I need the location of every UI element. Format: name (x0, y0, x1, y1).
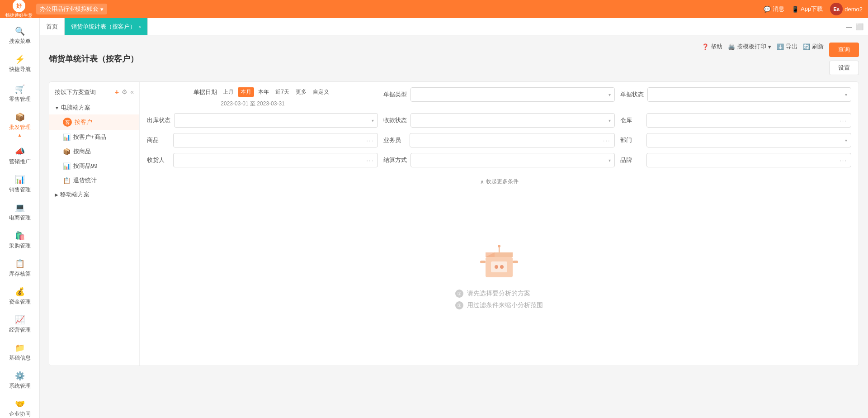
sidebar-item-operations[interactable]: 📈 经营管理 (0, 310, 39, 338)
scheme-group-desktop-title[interactable]: ▼ 电脑端方案 (49, 101, 139, 114)
app-title-select[interactable]: 办公用品行业模拟账套 ▾ (36, 4, 107, 14)
goods-filter-item: 商品 ··· (147, 133, 378, 147)
date-tab-custom[interactable]: 自定义 (311, 87, 331, 97)
doc-status-select[interactable]: ▾ (647, 87, 851, 102)
dept-chevron-icon: ▾ (845, 138, 847, 143)
payment-filter-item: 结算方式 ▾ (383, 153, 614, 167)
sidebar-item-cooperation-label: 企业协同 (9, 410, 31, 418)
app-download-label: App下载 (801, 5, 823, 13)
sidebar-item-inventory[interactable]: 📋 库存核算 (0, 254, 39, 282)
sidebar-item-ecommerce[interactable]: 💻 电商管理 (0, 198, 39, 226)
sidebar-item-quick-nav[interactable]: ⚡ 快捷导航 (0, 50, 39, 78)
sales-icon: 📊 (15, 175, 25, 185)
message-button[interactable]: 💬 消息 (764, 5, 784, 13)
settings-button[interactable]: 设置 (829, 61, 859, 75)
user-label: demo2 (844, 6, 863, 13)
date-label: 单据日期 (193, 87, 217, 96)
sidebar: 🔍 搜索菜单 ⚡ 快捷导航 🛒 零售管理 📦 批发管理 ▲ 📣 营销推广 (0, 18, 40, 418)
svg-point-5 (498, 245, 500, 247)
doc-type-label: 单据类型 (383, 90, 407, 99)
warehouse-label: 仓库 (620, 116, 643, 124)
date-tab-this-year[interactable]: 本年 (256, 87, 271, 97)
date-tab-7days[interactable]: 近7天 (273, 87, 292, 97)
scheme-item-return-stats[interactable]: 📋 退货统计 (49, 173, 139, 188)
retail-icon: 🛒 (15, 84, 25, 94)
date-range: 2023-03-01 至 2023-03-31 (221, 100, 331, 108)
export-label: 导出 (786, 43, 797, 51)
empty-state: ① 请先选择要分析的方案 ② 用过滤条件来缩小分析范围 (147, 188, 851, 360)
goods-icon: 📦 (63, 148, 71, 155)
scheme-item-by-goods[interactable]: 📦 按商品 (49, 144, 139, 159)
empty-illustration (472, 239, 526, 284)
scheme-group-mobile-title[interactable]: ▶ 移动端方案 (49, 188, 139, 201)
print-icon: 🖨️ (728, 43, 735, 50)
out-status-label: 出库状态 (147, 116, 170, 124)
sidebar-item-search[interactable]: 🔍 搜索菜单 (0, 22, 39, 50)
tab-report[interactable]: 销货单统计表（按客户） × (65, 18, 148, 35)
scheme-item-by-customer[interactable]: 客 按客户 (49, 114, 139, 130)
minimize-icon[interactable]: — (846, 23, 852, 30)
collapse-button[interactable]: ∧ 收起更多条件 (477, 175, 521, 188)
receive-status-select[interactable]: ▾ (410, 113, 614, 128)
date-tab-more[interactable]: 更多 (293, 87, 309, 97)
recipient-select[interactable]: ··· (173, 153, 378, 167)
date-filter-item: 单据日期 上月 本月 本年 近7天 更多 自定义 (147, 87, 378, 108)
sidebar-item-finance[interactable]: 💰 资金管理 (0, 282, 39, 310)
refresh-button[interactable]: 🔄 刷新 (803, 43, 824, 51)
sidebar-item-cooperation[interactable]: 🤝 企业协同 (0, 394, 39, 418)
sidebar-item-retail[interactable]: 🛒 零售管理 (0, 80, 39, 108)
logo-text: 畅捷通好生意 (5, 12, 33, 19)
warehouse-select[interactable]: ··· (646, 113, 851, 128)
customer-circle-icon: 客 (63, 118, 72, 127)
payment-chevron-icon: ▾ (609, 158, 611, 163)
payment-select[interactable]: ▾ (410, 153, 614, 167)
sidebar-item-quick-nav-label: 快捷导航 (9, 66, 31, 73)
out-status-select[interactable]: ▾ (174, 113, 378, 128)
sidebar-item-system-label: 系统管理 (9, 382, 31, 390)
sidebar-item-basic-info[interactable]: 📁 基础信息 (0, 338, 39, 366)
expand-icon[interactable]: ⬜ (856, 23, 863, 30)
staff-select[interactable]: ··· (410, 133, 614, 147)
svg-rect-1 (491, 261, 507, 272)
receive-status-filter-item: 收款状态 ▾ (383, 113, 614, 128)
empty-hint-2-text: 用过滤条件来缩小分析范围 (467, 301, 543, 309)
date-tab-last-month[interactable]: 上月 (221, 87, 236, 97)
marketing-icon: 📣 (15, 147, 25, 157)
dept-select[interactable]: ▾ (646, 133, 851, 147)
tab-close-icon[interactable]: × (138, 24, 141, 29)
scheme-group-desktop: ▼ 电脑端方案 客 按客户 📊 按客户+商品 (49, 101, 139, 188)
brand-select[interactable]: ··· (646, 153, 851, 167)
scheme-item-customer-goods[interactable]: 📊 按客户+商品 (49, 130, 139, 144)
sidebar-item-system[interactable]: ⚙️ 系统管理 (0, 366, 39, 394)
recipient-label: 收货人 (147, 156, 170, 164)
date-tab-this-month[interactable]: 本月 (238, 87, 254, 97)
staff-dots: ··· (603, 137, 611, 144)
help-button[interactable]: ❓ 帮助 (702, 43, 722, 51)
scheme-group-mobile-label: 移动端方案 (60, 190, 90, 199)
user-menu[interactable]: Ea demo2 (830, 3, 863, 15)
app-download-button[interactable]: 📱 App下载 (792, 5, 823, 13)
customer-goods-icon: 📊 (63, 133, 71, 141)
sidebar-item-marketing[interactable]: 📣 营销推广 (0, 142, 39, 170)
operations-icon: 📈 (15, 315, 25, 325)
download-icon: 📱 (792, 6, 799, 13)
scheme-item-by-goods-label: 按商品 (73, 147, 91, 156)
scheme-item-by-goods99[interactable]: 📊 按商品99 (49, 159, 139, 173)
avatar: Ea (830, 3, 843, 15)
sidebar-item-wholesale-label: 批发管理 (9, 124, 31, 131)
template-print-button[interactable]: 🖨️ 按模板打印 ▾ (728, 43, 771, 51)
scheme-settings-icon[interactable]: ⚙ (122, 88, 127, 96)
sidebar-item-purchase[interactable]: 🛍️ 采购管理 (0, 226, 39, 254)
chevron-down-icon: ▾ (100, 6, 104, 13)
export-button[interactable]: ⬇️ 导出 (777, 43, 797, 51)
scheme-add-icon[interactable]: + (115, 88, 119, 96)
query-button[interactable]: 查询 (829, 43, 859, 57)
scheme-group-mobile-arrow: ▶ (55, 192, 58, 197)
staff-filter-item: 业务员 ··· (383, 133, 614, 147)
sidebar-item-sales[interactable]: 📊 销售管理 (0, 170, 39, 198)
goods-select[interactable]: ··· (173, 133, 378, 147)
scheme-collapse-icon[interactable]: « (130, 88, 134, 96)
sidebar-item-wholesale[interactable]: 📦 批发管理 ▲ (0, 108, 39, 142)
tab-home[interactable]: 首页 (40, 18, 65, 35)
doc-type-select[interactable]: ▾ (410, 87, 614, 102)
